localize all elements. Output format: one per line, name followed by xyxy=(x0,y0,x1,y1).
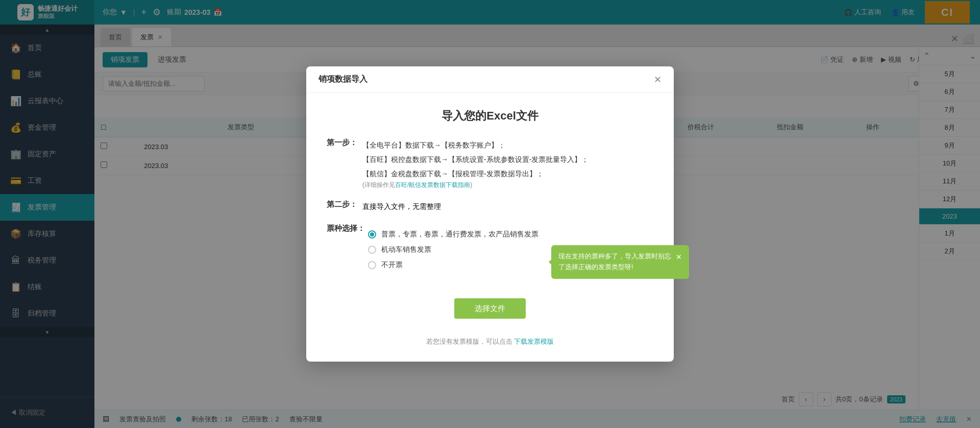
dialog-body: 导入您的Excel文件 第一步： 【全电平台】数据下载→【税务数字账户】； 【百… xyxy=(306,93,674,362)
import-dialog: 销项数据导入 ✕ 导入您的Excel文件 第一步： 【全电平台】数据下载→【税务… xyxy=(306,66,674,362)
ticket-section: 票种选择： 普票，专票，卷票，通行费发票，农产品销售发票 ✕ 现在支持的 xyxy=(327,224,653,276)
radio-motor-label: 机动车销售发票 xyxy=(381,245,431,254)
download-template-link[interactable]: 下载发票模版 xyxy=(514,338,554,345)
select-file-btn[interactable]: 选择文件 xyxy=(454,298,526,319)
step1-line1: 【全电平台】数据下载→【税务数字账户】； xyxy=(362,138,589,152)
step1-content: 【全电平台】数据下载→【税务数字账户】； 【百旺】税控盘数据下载→【系统设置-系… xyxy=(360,138,589,189)
ticket-label: 票种选择： xyxy=(327,224,365,233)
radio-wrapper-normal: 普票，专票，卷票，通行费发票，农产品销售发票 ✕ 现在支持的票种多了，导入发票时… xyxy=(368,230,538,239)
footer-note: 若您没有发票模版，可以点击 下载发票模版 xyxy=(327,337,653,346)
dialog-header: 销项数据导入 ✕ xyxy=(306,66,674,93)
radio-no-invoice[interactable]: 不开票 xyxy=(368,260,538,270)
radio-motor-circle xyxy=(368,246,376,254)
radio-no-invoice-circle xyxy=(368,261,376,269)
modal-overlay: 销项数据导入 ✕ 导入您的Excel文件 第一步： 【全电平台】数据下载→【税务… xyxy=(0,0,980,428)
tooltip-close-btn[interactable]: ✕ xyxy=(676,251,682,263)
tooltip-popup: ✕ 现在支持的票种多了，导入发票时别忘了选择正确的发票类型呀! xyxy=(551,245,689,279)
dialog-main-title: 导入您的Excel文件 xyxy=(327,108,653,124)
step1-line3: 【航信】金税盘数据下载→【报税管理-发票数据导出】； xyxy=(362,167,589,181)
radio-motor[interactable]: 机动车销售发票 xyxy=(368,245,538,254)
step2-content: 直接导入文件，无需整理 xyxy=(360,202,441,211)
step1-section: 第一步： 【全电平台】数据下载→【税务数字账户】； 【百旺】税控盘数据下载→【系… xyxy=(327,138,653,189)
step1-label: 第一步： xyxy=(327,138,357,148)
dialog-title: 销项数据导入 xyxy=(318,74,368,85)
guide-link[interactable]: 百旺/航信发票数据下载指南 xyxy=(395,181,470,188)
radio-normal[interactable]: 普票，专票，卷票，通行费发票，农产品销售发票 xyxy=(368,230,538,239)
step2-label: 第二步： xyxy=(327,200,357,209)
radio-normal-circle xyxy=(368,230,376,239)
radio-group: 普票，专票，卷票，通行费发票，农产品销售发票 ✕ 现在支持的票种多了，导入发票时… xyxy=(368,230,538,276)
step1-note: (详细操作见百旺/航信发票数据下载指南) xyxy=(362,181,589,189)
step2-section: 第二步： 直接导入文件，无需整理 xyxy=(327,200,653,213)
radio-no-invoice-label: 不开票 xyxy=(381,260,403,270)
radio-normal-label: 普票，专票，卷票，通行费发票，农产品销售发票 xyxy=(381,230,538,239)
dialog-close-btn[interactable]: ✕ xyxy=(654,74,662,85)
step1-line2: 【百旺】税控盘数据下载→【系统设置-系统参数设置-发票批量导入】； xyxy=(362,152,589,167)
select-file-wrapper: 选择文件 xyxy=(327,286,653,331)
